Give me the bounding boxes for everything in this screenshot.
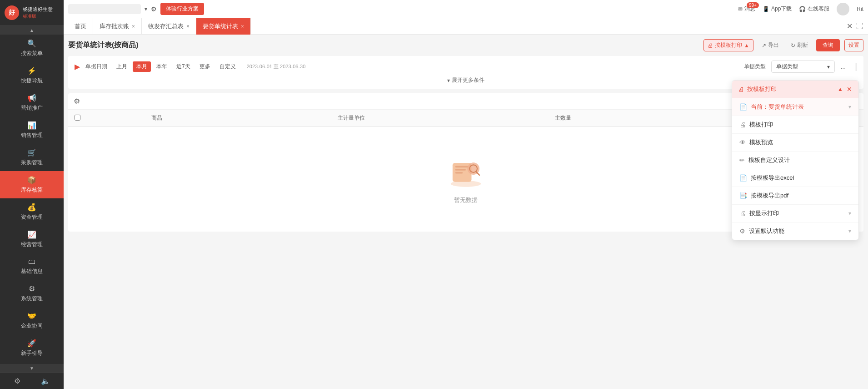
date-range-text: 2023-06-01 至 2023-06-30 [247, 63, 306, 70]
refresh-icon: ↻ [791, 42, 795, 49]
popup-item-left: ⚙ 设置默认功能 [739, 227, 784, 235]
export-button[interactable]: ↗ 导出 [758, 40, 783, 51]
date-btn-more[interactable]: 更多 [196, 61, 214, 72]
page-actions: 🖨 按模板打印 ▲ ↗ 导出 ↻ 刷新 查询 设置 [703, 39, 863, 51]
filter-expand-icon[interactable]: ▶ [75, 62, 80, 71]
popup-item-template-preview[interactable]: 👁 模板预览 [732, 134, 858, 152]
sidebar-speaker-icon[interactable]: 🔈 [41, 377, 50, 385]
refresh-button[interactable]: ↻ 刷新 [787, 40, 812, 51]
sidebar-item-quicknav[interactable]: ⚡ 快捷导航 [0, 62, 64, 89]
print-template-label: 按模板打印 [715, 41, 742, 49]
popup-item-template-print[interactable]: 🖨 模板打印 [732, 116, 858, 134]
messages-button[interactable]: ✉ 消息 99+ [738, 5, 755, 13]
sidebar-item-marketing[interactable]: 📢 营销推广 [0, 89, 64, 116]
topbar-right: ✉ 消息 99+ 📱 App下载 🎧 在线客服 Rit [738, 3, 863, 15]
industry-solution-button[interactable]: 体验行业方案 [160, 3, 204, 15]
popup-chevron-up[interactable]: ▲ [838, 86, 843, 92]
tab-batch-account[interactable]: 库存批次账 × [93, 18, 142, 35]
sidebar-item-collab[interactable]: 🤝 企业协同 [0, 307, 64, 334]
sidebar-item-basic[interactable]: 🗃 基础信息 [0, 253, 64, 280]
sidebar-settings-icon[interactable]: ⚙ [14, 377, 20, 385]
expand-more-btn[interactable]: ▾ 展开更多条件 [447, 76, 484, 84]
current-template-arrow: ▾ [848, 104, 851, 110]
popup-current-left: 📄 当前：要货单统计表 [739, 103, 804, 111]
topbar-gear-icon[interactable]: ⚙ [151, 5, 157, 13]
date-filter-label: 单据日期 [85, 63, 107, 71]
display-print-arrow: ▾ [848, 210, 851, 217]
popup-item-export-pdf[interactable]: 📑 按模板导出pdf [732, 187, 858, 205]
table-settings-icon[interactable]: ⚙ [74, 97, 80, 106]
popup-item-default-func[interactable]: ⚙ 设置默认功能 ▾ [732, 222, 858, 240]
tab-receipt-summary-close[interactable]: × [186, 23, 190, 30]
sidebar-item-system[interactable]: ⚙ 系统管理 [0, 280, 64, 307]
printer-icon: 🖨 [708, 42, 713, 49]
basic-icon: 🗃 [28, 258, 35, 266]
search-input[interactable] [68, 4, 141, 14]
popup-item-display-print[interactable]: 🖨 按显示打印 ▾ [732, 205, 858, 222]
date-buttons: 上月 本月 本年 近7天 更多 自定义 [113, 61, 239, 72]
date-btn-week7[interactable]: 近7天 [173, 61, 194, 72]
sidebar-item-purchase[interactable]: 🛒 采购管理 [0, 144, 64, 171]
sidebar-scroll-down[interactable]: ▼ [0, 364, 64, 373]
popup-item-export-excel[interactable]: 📄 按模板导出excel [732, 169, 858, 187]
sidebar-item-label: 销售管理 [21, 131, 43, 139]
print-template-popup: 🖨 按模板打印 ▲ ✕ 📄 当前：要货单统计表 ▾ 🖨 模板打印 [732, 80, 859, 240]
sidebar: 好 畅捷通好生意 标准版 ▲ 🔍 搜索菜单 ⚡ 快捷导航 📢 营销推广 📊 销售… [0, 0, 64, 389]
query-button[interactable]: 查询 [816, 39, 840, 51]
select-all-checkbox[interactable] [75, 115, 80, 121]
tab-home[interactable]: 首页 [68, 18, 93, 35]
app-download-button[interactable]: 📱 App下载 [763, 5, 792, 13]
doc-type-placeholder: 单据类型 [776, 63, 798, 71]
vertical-divider: | [855, 62, 857, 71]
inventory-icon: 📦 [27, 176, 36, 184]
tab-batch-account-close[interactable]: × [132, 23, 135, 30]
online-service-label: 在线客服 [808, 5, 829, 13]
refresh-label: 刷新 [797, 41, 808, 49]
sidebar-scroll-up[interactable]: ▲ [0, 26, 64, 35]
topbar-dropdown-icon[interactable]: ▾ [145, 6, 147, 12]
sidebar-item-operations[interactable]: 📈 经营管理 [0, 226, 64, 253]
chevron-down-small-icon: ▾ [447, 77, 450, 84]
col-unit: 主计量单位 [228, 110, 475, 127]
popup-item-label: 模板自定义设计 [748, 156, 790, 164]
tab-order-stats-close[interactable]: × [241, 23, 244, 30]
sidebar-item-sales[interactable]: 📊 销售管理 [0, 116, 64, 144]
date-btn-prev[interactable]: 上月 [113, 61, 131, 72]
export-excel-icon: 📄 [739, 174, 747, 182]
sidebar-item-label: 资金管理 [21, 213, 43, 221]
user-avatar[interactable] [837, 3, 849, 15]
tabbar-close-all[interactable]: ✕ [847, 22, 853, 30]
default-func-icon: ⚙ [739, 227, 745, 235]
online-service-button[interactable]: 🎧 在线客服 [799, 5, 829, 13]
sidebar-item-label: 新手引导 [21, 349, 43, 357]
sidebar-item-inventory[interactable]: 📦 库存核算 [0, 171, 64, 198]
tabbar-expand[interactable]: ⛶ [856, 22, 863, 30]
settings-button[interactable]: 设置 [844, 39, 863, 51]
popup-current-label: 当前：要货单统计表 [751, 103, 804, 111]
popup-header: 🖨 按模板打印 ▲ ✕ [732, 81, 858, 98]
print-template-button[interactable]: 🖨 按模板打印 ▲ [703, 39, 753, 51]
chevron-up-icon: ▲ [744, 42, 749, 49]
date-btn-current[interactable]: 本月 [133, 61, 151, 72]
doc-type-select[interactable]: 单据类型 ▾ [771, 61, 835, 73]
expand-label: 展开更多条件 [452, 76, 484, 84]
date-btn-custom[interactable]: 自定义 [216, 61, 239, 72]
popup-current-template[interactable]: 📄 当前：要货单统计表 ▾ [732, 98, 858, 116]
tab-order-stats[interactable]: 要货单统计表 × [196, 18, 251, 35]
popup-item-left: 🖨 模板打印 [739, 121, 773, 129]
username-label: Rit [857, 6, 863, 12]
sidebar-item-finance[interactable]: 💰 资金管理 [0, 198, 64, 226]
popup-item-template-design[interactable]: ✏ 模板自定义设计 [732, 152, 858, 169]
guide-icon: 🚀 [27, 339, 36, 348]
doc-type-chevron-down-icon: ▾ [827, 64, 830, 70]
export-pdf-icon: 📑 [739, 192, 747, 199]
sidebar-item-search[interactable]: 🔍 搜索菜单 [0, 35, 64, 62]
doc-type-label: 单据类型 [744, 63, 766, 71]
empty-illustration [443, 154, 489, 191]
popup-close-button[interactable]: ✕ [847, 86, 852, 93]
tab-receipt-summary[interactable]: 收发存汇总表 × [142, 18, 196, 35]
messages-badge: 99+ [747, 2, 759, 8]
sidebar-item-guide[interactable]: 🚀 新手引导 [0, 334, 64, 362]
headset-icon: 🎧 [799, 6, 806, 12]
date-btn-year[interactable]: 本年 [153, 61, 171, 72]
